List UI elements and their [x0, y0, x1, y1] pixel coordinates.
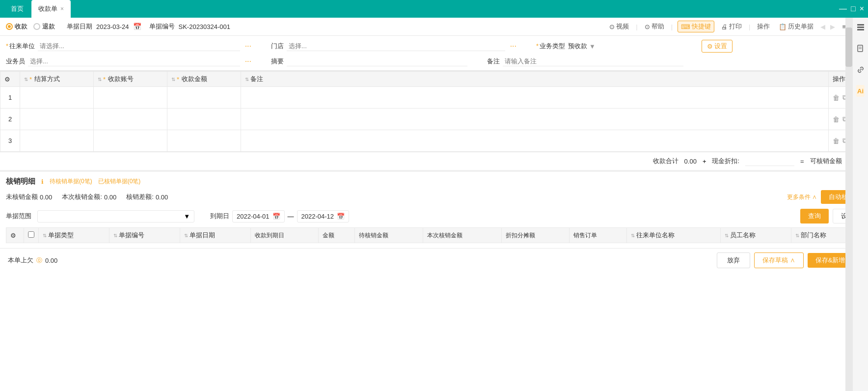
delete-icon[interactable]: 🗑: [833, 137, 840, 145]
svg-rect-2: [857, 29, 864, 30]
sidebar-link-icon[interactable]: [855, 64, 867, 77]
circle-icon: ⊙: [609, 23, 615, 30]
pending-tab[interactable]: 待核销单据(0笔): [50, 177, 92, 186]
sort-icon: ⇅: [24, 77, 28, 82]
summary-row: 收款合计 0.00 + 现金折扣: = 可核销金额 0.00: [0, 152, 868, 170]
history-button[interactable]: 📋 历史单据: [777, 21, 815, 32]
verify-table-settings-icon[interactable]: ⚙: [10, 232, 16, 239]
calendar-from-icon: 📅: [272, 213, 280, 220]
question-icon: ⊙: [645, 23, 650, 30]
receipt-table: ⚙ ⇅*结算方式 ⇅*收款账号 ⇅*收款金额 ⇅备注 操作 1 🗑⧉: [0, 71, 868, 152]
main-content: 收款 退款 单据日期 2023-03-24 📅 单据编号 SK-20230324…: [0, 18, 868, 391]
print-button[interactable]: 🖨 打印: [719, 21, 744, 32]
radio-receipt[interactable]: 收款: [6, 22, 27, 31]
radio-receipt-circle: [6, 23, 13, 30]
table-row: 1 🗑⧉: [0, 87, 868, 109]
radio-group: 收款 退款: [6, 22, 55, 31]
current-verify-stat: 本次核销金额: 0.00: [62, 193, 116, 201]
sidebar-doc-icon[interactable]: [855, 43, 867, 56]
table-row: 2 🗑⧉: [0, 109, 868, 130]
biz-type-select[interactable]: 预收款 ▼: [568, 42, 699, 51]
store-more-icon[interactable]: ···: [510, 42, 516, 51]
store-field: 门店 ···: [271, 41, 516, 51]
operation-button[interactable]: 操作: [755, 21, 772, 32]
chevron-down-icon: ▼: [589, 43, 596, 50]
delete-icon[interactable]: 🗑: [833, 94, 840, 102]
verify-stats: 未核销金额 0.00 本次核销金额: 0.00 核销差额: 0.00 更多条件 …: [6, 190, 862, 204]
tab-bar: 首页 收款单 × — □ ×: [0, 0, 868, 18]
doc-info: 单据日期 2023-03-24 📅 单据编号 SK-20230324-001: [67, 22, 230, 31]
print-icon: 🖨: [721, 23, 728, 30]
help-button[interactable]: ⊙ 帮助: [643, 21, 666, 32]
date-from-input[interactable]: 2022-04-01 📅: [232, 210, 285, 223]
window-close-icon[interactable]: ×: [860, 4, 864, 13]
scroll-thumb[interactable]: [845, 28, 852, 67]
save-draft-button[interactable]: 保存草稿 ∧: [754, 252, 804, 268]
radio-refund[interactable]: 退款: [33, 22, 55, 31]
verify-table-container: ⚙ ⇅单据类型 ⇅单据编号 ⇅单据日期 收款到期日 金额 待核销金额 本次核销金…: [6, 227, 862, 243]
info-icon[interactable]: ℹ: [41, 178, 44, 185]
keyboard-icon: ⌨: [681, 23, 690, 30]
table-container: ⚙ ⇅*结算方式 ⇅*收款账号 ⇅*收款金额 ⇅备注 操作 1 🗑⧉: [0, 71, 868, 152]
tab-home[interactable]: 首页: [4, 0, 30, 18]
tab-bar-right: — □ ×: [839, 4, 864, 13]
bottom-info: 本单上欠 ⓪ 0.00: [8, 256, 57, 265]
prev-order-info-icon[interactable]: ⓪: [36, 256, 42, 265]
unverified-stat: 未核销金额 0.00: [6, 193, 52, 201]
form-row-1: *往来单位 ··· 门店 ··· *业务类型 预收款 ▼ ⚙ 设置: [6, 40, 862, 53]
svg-rect-1: [857, 27, 864, 28]
select-all-checkbox[interactable]: [28, 231, 34, 238]
chevron-down-icon: ▼: [184, 213, 190, 220]
bottom-actions: 放弃 保存草稿 ∧ 保存&新增 ∧: [717, 252, 860, 268]
store-input[interactable]: [287, 41, 505, 51]
tab-close-icon[interactable]: ×: [60, 5, 64, 12]
window-minimize-icon[interactable]: —: [839, 4, 847, 13]
bottom-bar: 本单上欠 ⓪ 0.00 放弃 保存草稿 ∧ 保存&新增 ∧: [0, 248, 868, 272]
date-range: 到期日 2022-04-01 📅 — 2022-04-12 📅: [210, 210, 349, 223]
tab-active[interactable]: 收款单 ×: [31, 0, 71, 18]
remark-field: 备注: [487, 56, 683, 66]
form-area: *往来单位 ··· 门店 ··· *业务类型 预收款 ▼ ⚙ 设置: [0, 36, 868, 71]
counterpart-more-icon[interactable]: ···: [245, 42, 251, 51]
verify-header: 核销明细 ℹ 待核销单据(0笔) 已核销单据(0笔): [6, 177, 862, 186]
toolbar-row: 收款 退款 单据日期 2023-03-24 📅 单据编号 SK-20230324…: [0, 18, 868, 36]
window-maximize-icon[interactable]: □: [851, 4, 856, 13]
gear-icon: ⚙: [707, 43, 713, 50]
counterpart-input[interactable]: [38, 41, 240, 51]
verify-section: 核销明细 ℹ 待核销单据(0笔) 已核销单据(0笔) 未核销金额 0.00 本次…: [0, 170, 868, 248]
calendar-to-icon: 📅: [337, 213, 345, 220]
history-icon: 📋: [779, 23, 787, 30]
salesperson-input[interactable]: [28, 56, 240, 66]
sort-icon: ⇅: [171, 77, 175, 82]
filter-row: 单据范围 ▼ 到期日 2022-04-01 📅 — 2022-04-12 📅 查…: [6, 209, 862, 223]
table-settings-icon[interactable]: ⚙: [4, 76, 10, 83]
svg-rect-0: [857, 24, 864, 26]
done-tab[interactable]: 已核销单据(0笔): [98, 177, 141, 186]
salesperson-more-icon[interactable]: ···: [245, 57, 251, 66]
counterpart-field: *往来单位 ···: [6, 41, 251, 51]
radio-refund-circle: [33, 23, 40, 30]
salesperson-field: 业务员 ···: [6, 56, 251, 66]
delete-icon[interactable]: 🗑: [833, 115, 840, 123]
form-row-2: 业务员 ··· 摘要 备注: [6, 56, 862, 66]
remark-input[interactable]: [503, 56, 683, 66]
more-filter-btn[interactable]: 更多条件 ∧: [787, 193, 817, 201]
calendar-icon[interactable]: 📅: [133, 23, 141, 30]
sort-icon: ⇅: [245, 77, 249, 82]
sidebar-table-icon[interactable]: [855, 22, 867, 35]
range-select[interactable]: ▼: [37, 210, 194, 223]
abandon-button[interactable]: 放弃: [717, 252, 750, 268]
discount-input[interactable]: [745, 156, 794, 166]
summary-field: 摘要: [271, 56, 467, 66]
video-button[interactable]: ⊙ 视频: [607, 21, 631, 32]
sidebar-ai-icon[interactable]: Ai: [856, 85, 865, 97]
date-to-input[interactable]: 2022-04-12 📅: [297, 210, 350, 223]
biz-type-field: *业务类型 预收款 ▼ ⚙ 设置: [536, 40, 732, 53]
right-sidebar: Ai: [852, 18, 868, 391]
shortcut-button[interactable]: ⌨ 快捷键: [678, 21, 714, 32]
scrollbar[interactable]: [845, 18, 852, 391]
query-button[interactable]: 查询: [800, 209, 829, 223]
verify-table: ⚙ ⇅单据类型 ⇅单据编号 ⇅单据日期 收款到期日 金额 待核销金额 本次核销金…: [6, 227, 862, 243]
setup-button[interactable]: ⚙ 设置: [702, 40, 732, 53]
summary-input[interactable]: [287, 56, 467, 66]
